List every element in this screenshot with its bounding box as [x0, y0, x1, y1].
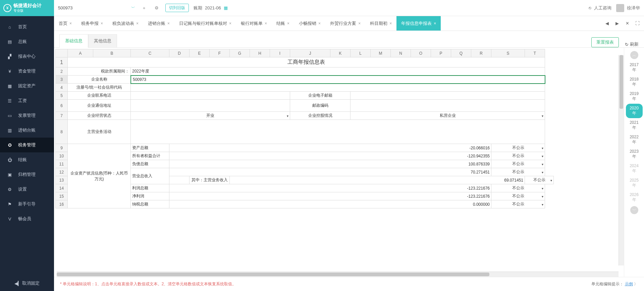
row-header-9[interactable]: 9	[56, 144, 68, 152]
col-D[interactable]: D	[169, 49, 190, 57]
col-Q[interactable]: Q	[451, 49, 471, 57]
nav-ledger[interactable]: ▤总账	[0, 34, 54, 49]
row-header-16[interactable]: 16	[56, 200, 68, 208]
col-G[interactable]: G	[230, 49, 250, 57]
nav-archive[interactable]: ▣归档管理	[0, 167, 54, 182]
refresh-button[interactable]: ↻ 刷新	[625, 41, 639, 47]
tab-close-icon[interactable]: ×	[318, 21, 321, 26]
col-H[interactable]: H	[250, 49, 270, 57]
year-2023年[interactable]: 2023年	[626, 147, 643, 161]
tab-close-icon[interactable]: ×	[69, 21, 72, 26]
cell-value[interactable]: 100.876339	[169, 160, 491, 168]
tab-close-icon[interactable]: ×	[265, 21, 267, 26]
company-select[interactable]: 500973 ﹀	[58, 5, 135, 11]
tab-close-icon[interactable]: ×	[434, 21, 436, 26]
cell-value[interactable]: -123.221676	[169, 184, 491, 192]
col-R[interactable]: R	[471, 49, 491, 57]
tab-0[interactable]: 首页×	[54, 16, 76, 31]
col-A[interactable]: A	[68, 49, 93, 57]
tab-close-icon[interactable]: ×	[229, 21, 231, 26]
cell-value[interactable]: -120.942355	[169, 152, 491, 160]
year-up[interactable]: ︿	[630, 51, 638, 59]
tab-close-icon[interactable]: ×	[167, 21, 170, 26]
publish-select[interactable]: 不公示	[491, 168, 545, 176]
row-header-12[interactable]: 12	[56, 168, 68, 176]
publish-select[interactable]: 不公示	[491, 200, 545, 208]
tab-9[interactable]: 科目期初×	[365, 16, 396, 31]
nav-guide[interactable]: ⚑新手引导	[0, 197, 54, 211]
row-header-15[interactable]: 15	[56, 192, 68, 200]
cell-value[interactable]: -20.066016	[169, 144, 491, 152]
col-T[interactable]: T	[525, 49, 545, 57]
spreadsheet[interactable]: ABCDEFGHIJKLMNOPQRST 1工商年报信息表2税款所属期间：202…	[55, 49, 554, 208]
row-header-1[interactable]: 1	[56, 57, 68, 67]
row-header-7[interactable]: 7	[56, 112, 68, 120]
col-E[interactable]: E	[190, 49, 210, 57]
year-2022年[interactable]: 2022年	[626, 133, 643, 147]
year-2020年[interactable]: 2020年	[626, 104, 643, 118]
tab-close-icon[interactable]: ×	[358, 21, 361, 26]
col-I[interactable]: I	[270, 49, 290, 57]
row-header-10[interactable]: 10	[56, 152, 68, 160]
nav-funds[interactable]: ¥资金管理	[0, 64, 54, 79]
horizontal-scrollbar[interactable]	[57, 272, 619, 277]
publish-select[interactable]: 不公示	[491, 184, 545, 192]
col-C[interactable]: C	[131, 49, 169, 57]
nav-reports[interactable]: ▞报表中心	[0, 49, 54, 64]
add-button[interactable]: ＋	[140, 4, 148, 12]
nav-tax[interactable]: ✪税务管理	[0, 138, 54, 152]
col-B[interactable]: B	[93, 49, 131, 57]
consult-button[interactable]: ⎋ 人工咨询	[589, 5, 611, 11]
settings-icon[interactable]: ⚙	[153, 4, 161, 12]
tab-5[interactable]: 银行对账单×	[236, 16, 272, 31]
year-down[interactable]: ﹀	[630, 206, 638, 214]
tab-close-icon[interactable]: ×	[136, 21, 139, 26]
col-P[interactable]: P	[431, 49, 451, 57]
corner-cell[interactable]	[56, 49, 68, 57]
tabs-close-all[interactable]: ✕	[623, 19, 631, 28]
fullscreen-icon[interactable]: ⛶	[633, 19, 641, 28]
row-header-11[interactable]: 11	[56, 160, 68, 168]
tab-6[interactable]: 结账×	[272, 16, 294, 31]
publish-select[interactable]: 不公示	[525, 176, 554, 184]
tab-close-icon[interactable]: ×	[389, 21, 392, 26]
year-2019年[interactable]: 2019年	[626, 89, 643, 104]
year-2024年[interactable]: 2024年	[626, 161, 643, 176]
example-link[interactable]: 示例	[625, 282, 633, 286]
accounting-period[interactable]: 账期 2021-06 ▦	[194, 5, 228, 11]
nav-salary[interactable]: ☰工资	[0, 93, 54, 108]
tab-4[interactable]: 日记账与银行对账单核对×	[174, 16, 236, 31]
subtab-other[interactable]: 其他信息	[88, 34, 117, 47]
cell-value[interactable]: -123.221676	[169, 192, 491, 200]
col-N[interactable]: N	[391, 49, 411, 57]
switch-old-button[interactable]: 切到旧版	[165, 4, 189, 12]
nav-invoice[interactable]: ▭发票管理	[0, 108, 54, 123]
row-header-8[interactable]: 8	[56, 120, 68, 144]
reset-report-button[interactable]: 重置报表	[591, 37, 619, 47]
tab-1[interactable]: 税务申报×	[76, 16, 108, 31]
cell-value[interactable]: 69.071451	[230, 176, 525, 184]
nav-home[interactable]: ⌂首页	[0, 19, 54, 34]
year-2021年[interactable]: 2021年	[626, 118, 643, 133]
row-header-3[interactable]: 3	[56, 76, 68, 84]
row-header-14[interactable]: 14	[56, 184, 68, 192]
year-2017年[interactable]: 2017年	[626, 60, 643, 75]
nav-purchase-sales[interactable]: ▥进销台账	[0, 123, 54, 138]
nav-closing[interactable]: ⏻结账	[0, 152, 54, 167]
publish-select[interactable]: 不公示	[491, 192, 545, 200]
ent-name-cell[interactable]: 500973	[131, 76, 545, 84]
year-2018年[interactable]: 2018年	[626, 75, 643, 89]
year-2026年[interactable]: 2026年	[626, 190, 643, 205]
col-O[interactable]: O	[411, 49, 431, 57]
vertical-scrollbar[interactable]	[619, 55, 624, 265]
tabs-next[interactable]: ▶	[613, 19, 621, 28]
row-header-13[interactable]: 13	[56, 176, 68, 184]
user-menu[interactable]: 徐泽华	[616, 4, 640, 12]
row-header-5[interactable]: 5	[56, 92, 68, 100]
col-J[interactable]: J	[290, 49, 330, 57]
col-F[interactable]: F	[210, 49, 230, 57]
publish-select[interactable]: 不公示	[491, 160, 545, 168]
row-header-6[interactable]: 6	[56, 100, 68, 112]
tab-3[interactable]: 进销台账×	[143, 16, 174, 31]
nav-assets[interactable]: ▦固定资产	[0, 79, 54, 93]
